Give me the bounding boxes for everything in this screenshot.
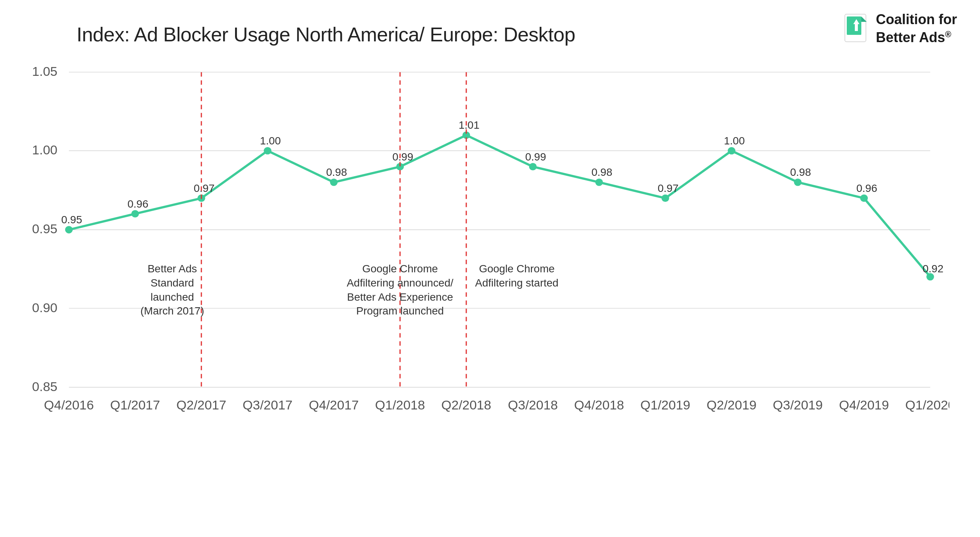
svg-rect-1 (847, 16, 861, 35)
svg-rect-4 (855, 24, 858, 31)
ann2-line3: Better Ads Experience (347, 291, 453, 303)
logo-area: Coalition for Better Ads® (843, 11, 957, 47)
y-label-090: 0.90 (32, 301, 57, 314)
dl-1: 0.96 (127, 198, 148, 210)
ann3-line2: Adfiltering started (475, 277, 559, 288)
dl-10: 1.00 (724, 135, 745, 147)
dl-3: 1.00 (260, 135, 281, 147)
dp-1 (131, 210, 139, 217)
x-label-1: Q1/2017 (110, 398, 160, 412)
x-label-5: Q1/2018 (375, 398, 425, 412)
dp-4 (330, 178, 338, 186)
dp-0 (65, 226, 73, 233)
y-label-095: 0.95 (32, 222, 57, 236)
dp-9 (662, 195, 669, 202)
logo-trademark: ® (945, 29, 951, 39)
dl-13: 0.92 (923, 263, 943, 274)
x-label-6: Q2/2018 (441, 398, 491, 412)
x-label-12: Q4/2019 (839, 398, 889, 412)
page-container: Coalition for Better Ads® Index: Ad Bloc… (0, 0, 980, 537)
logo-line2: Better Ads (876, 29, 945, 45)
ann2-line4: Program launched (356, 305, 444, 317)
dp-12 (860, 195, 868, 202)
x-label-2: Q2/2017 (176, 398, 226, 412)
ann1-line2: Standard (150, 277, 194, 288)
dl-4: 0.98 (326, 167, 347, 178)
dl-11: 0.98 (790, 167, 811, 178)
dp-3 (264, 147, 271, 154)
dl-7: 0.99 (525, 151, 546, 162)
dl-0: 0.95 (61, 214, 82, 226)
dl-9: 0.97 (658, 182, 678, 194)
ann2-line2: Adfiltering announced/ (347, 277, 454, 288)
main-chart: .axis-label { font-family: Arial, sans-s… (31, 54, 949, 491)
x-label-11: Q3/2019 (773, 398, 823, 412)
dl-6: 1.01 (459, 120, 479, 131)
ann1-line1: Better Ads (147, 263, 197, 274)
x-label-7: Q3/2018 (508, 398, 558, 412)
dp-11 (794, 178, 802, 186)
y-label-105: 1.05 (32, 65, 57, 79)
dl-2: 0.97 (194, 182, 214, 194)
dl-12: 0.96 (856, 182, 877, 194)
x-label-3: Q3/2017 (243, 398, 292, 412)
dl-5: 0.99 (392, 151, 413, 162)
x-label-10: Q2/2019 (707, 398, 756, 412)
ann1-line4: (March 2017) (140, 305, 204, 317)
dl-8: 0.98 (591, 167, 612, 178)
logo-icon (843, 13, 870, 44)
x-label-4: Q4/2017 (309, 398, 359, 412)
dp-8 (595, 178, 603, 186)
x-label-0: Q4/2016 (44, 398, 94, 412)
dp-10 (728, 147, 735, 154)
dp-7 (529, 163, 537, 170)
ann2-line1: Google Chrome (362, 263, 438, 274)
ann3-line1: Google Chrome (479, 263, 555, 274)
x-label-8: Q4/2018 (574, 398, 624, 412)
x-label-13: Q1/2020 (905, 398, 949, 412)
y-label-085: 0.85 (32, 380, 57, 393)
chart-title: Index: Ad Blocker Usage North America/ E… (77, 23, 575, 46)
ann1-line3: launched (150, 291, 194, 303)
chart-area: .axis-label { font-family: Arial, sans-s… (31, 54, 949, 491)
logo-text: Coalition for Better Ads® (876, 11, 957, 47)
data-line (69, 135, 930, 277)
y-label-100: 1.00 (32, 143, 57, 157)
x-label-9: Q1/2019 (640, 398, 690, 412)
logo-line1: Coalition for (876, 11, 957, 27)
